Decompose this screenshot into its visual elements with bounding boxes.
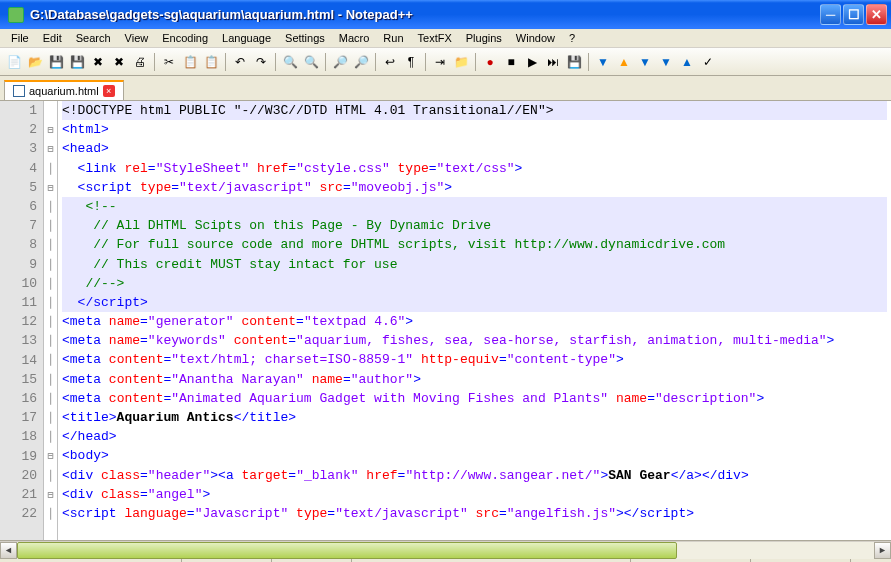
minimize-button[interactable]: ─ [820,4,841,25]
tool2-icon[interactable]: ▲ [614,52,634,72]
macro-play-icon[interactable]: ▶ [522,52,542,72]
file-icon [13,85,25,97]
close-all-icon[interactable]: ✖ [109,52,129,72]
find-icon[interactable]: 🔍 [280,52,300,72]
horizontal-scrollbar[interactable]: ◄ ► [0,541,891,558]
menu-help[interactable]: ? [562,30,582,46]
zoom-in-icon[interactable]: 🔎 [330,52,350,72]
tool3-icon[interactable]: ▼ [635,52,655,72]
close-file-icon[interactable]: ✖ [88,52,108,72]
wrap-icon[interactable]: ↩ [380,52,400,72]
zoom-out-icon[interactable]: 🔎 [351,52,371,72]
fold-gutter[interactable]: ⊟⊟│⊟│││││││││││││⊟│⊟│ [44,101,58,540]
new-file-icon[interactable]: 📄 [4,52,24,72]
paste-icon[interactable]: 📋 [201,52,221,72]
scroll-thumb[interactable] [17,542,677,559]
menu-file[interactable]: File [4,30,36,46]
maximize-button[interactable]: ☐ [843,4,864,25]
tab-aquarium[interactable]: aquarium.html × [4,80,124,100]
menu-textfx[interactable]: TextFX [411,30,459,46]
menu-settings[interactable]: Settings [278,30,332,46]
window-title: G:\Database\gadgets-sg\aquarium\aquarium… [28,7,820,22]
folder-icon[interactable]: 📁 [451,52,471,72]
replace-icon[interactable]: 🔍 [301,52,321,72]
menu-encoding[interactable]: Encoding [155,30,215,46]
menu-window[interactable]: Window [509,30,562,46]
macro-play-mult-icon[interactable]: ⏭ [543,52,563,72]
macro-record-icon[interactable]: ● [480,52,500,72]
menu-edit[interactable]: Edit [36,30,69,46]
code-area[interactable]: <!DOCTYPE html PUBLIC "-//W3C//DTD HTML … [58,101,891,540]
open-file-icon[interactable]: 📂 [25,52,45,72]
line-number-gutter: 12345678910111213141516171819202122 [0,101,44,540]
toolbar: 📄 📂 💾 💾 ✖ ✖ 🖨 ✂ 📋 📋 ↶ ↷ 🔍 🔍 🔎 🔎 ↩ ¶ ⇥ 📁 … [0,48,891,76]
tabbar: aquarium.html × [0,76,891,101]
statusbar: Hyper Text Markup Language file length :… [0,558,891,562]
editor[interactable]: 12345678910111213141516171819202122 ⊟⊟│⊟… [0,101,891,541]
menu-plugins[interactable]: Plugins [459,30,509,46]
menubar: FileEditSearchViewEncodingLanguageSettin… [0,29,891,48]
titlebar[interactable]: G:\Database\gadgets-sg\aquarium\aquarium… [0,0,891,29]
tool5-icon[interactable]: ▲ [677,52,697,72]
copy-icon[interactable]: 📋 [180,52,200,72]
scroll-right-icon[interactable]: ► [874,542,891,559]
show-chars-icon[interactable]: ¶ [401,52,421,72]
cut-icon[interactable]: ✂ [159,52,179,72]
close-button[interactable]: ✕ [866,4,887,25]
spellcheck-icon[interactable]: ✓ [698,52,718,72]
tab-label: aquarium.html [29,85,99,97]
menu-language[interactable]: Language [215,30,278,46]
tool1-icon[interactable]: ▼ [593,52,613,72]
scroll-track[interactable] [17,542,874,559]
tab-close-icon[interactable]: × [103,85,115,97]
macro-stop-icon[interactable]: ■ [501,52,521,72]
redo-icon[interactable]: ↷ [251,52,271,72]
menu-search[interactable]: Search [69,30,118,46]
indent-guide-icon[interactable]: ⇥ [430,52,450,72]
save-all-icon[interactable]: 💾 [67,52,87,72]
menu-run[interactable]: Run [376,30,410,46]
scroll-left-icon[interactable]: ◄ [0,542,17,559]
undo-icon[interactable]: ↶ [230,52,250,72]
macro-save-icon[interactable]: 💾 [564,52,584,72]
app-icon [8,7,24,23]
menu-macro[interactable]: Macro [332,30,377,46]
tool4-icon[interactable]: ▼ [656,52,676,72]
menu-view[interactable]: View [118,30,156,46]
save-icon[interactable]: 💾 [46,52,66,72]
print-icon[interactable]: 🖨 [130,52,150,72]
